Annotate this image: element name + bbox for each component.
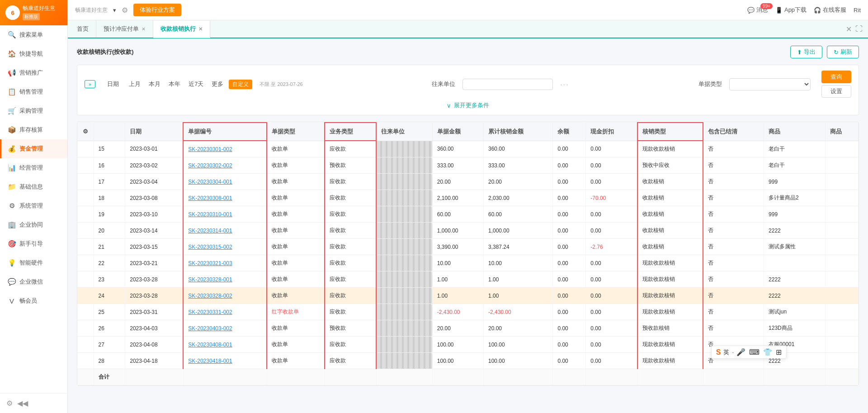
filter-area: » 日期 上月 本月 本年 近7天 更多 自定义 不限 至 2023-07-26… xyxy=(77,65,859,115)
voucher-no-cell[interactable]: SK-20230328-002 xyxy=(183,288,267,304)
filter-dots: ··· xyxy=(560,81,569,88)
sidebar-item-guide[interactable]: 🎯 新手引导 xyxy=(0,234,67,253)
industry-btn[interactable]: 体验行业方案 xyxy=(133,4,181,16)
app-download-btn[interactable]: 📱 App下载 xyxy=(775,6,807,14)
voucher-no-cell[interactable]: SK-20230321-003 xyxy=(183,255,267,271)
table-cell: 应收款 xyxy=(325,223,377,239)
table-row[interactable]: 252023-03-31SK-20230331-002红字收款单应收款-2,43… xyxy=(77,304,859,320)
sidebar-item-hardware[interactable]: 💡 智能硬件 xyxy=(0,253,67,272)
table-row[interactable]: 222023-03-21SK-20230321-003收款单应收款10.0010… xyxy=(77,255,859,271)
collapse-icon[interactable]: ◀◀ xyxy=(17,399,28,408)
voucher-no-cell[interactable]: SK-20230302-002 xyxy=(183,157,267,174)
voucher-no-cell[interactable]: SK-20230301-002 xyxy=(183,141,267,157)
tab-receipt-close[interactable]: ✕ xyxy=(198,26,203,32)
voucher-no-cell[interactable]: SK-20230331-002 xyxy=(183,304,267,320)
tab-expand-icon[interactable]: ⛶ xyxy=(855,25,863,33)
voucher-no-cell[interactable]: SK-20230310-001 xyxy=(183,206,267,223)
table-cell: 15 xyxy=(94,141,125,157)
table-cell: 收款核销 xyxy=(637,223,703,239)
topbar-dropdown[interactable]: ▾ xyxy=(113,7,116,14)
sidebar-item-member[interactable]: V 畅会员 xyxy=(0,291,67,310)
export-btn[interactable]: ⬆ 导出 xyxy=(790,46,822,58)
table-cell: 999 xyxy=(764,206,826,223)
hardware-icon: 💡 xyxy=(8,259,16,267)
date-btn-7days[interactable]: 近7天 xyxy=(186,79,206,89)
tab-home[interactable]: 首页 xyxy=(70,20,96,38)
table-row[interactable]: 152023-03-01SK-20230301-002收款单应收款360.003… xyxy=(77,141,859,157)
table-cell: 否 xyxy=(703,288,764,304)
table-cell xyxy=(376,337,432,353)
table-cell: 现款收款核销 xyxy=(637,141,703,157)
voucher-type-select[interactable] xyxy=(729,78,811,90)
topbar-gear-icon[interactable]: ⚙ xyxy=(122,6,128,14)
table-cell xyxy=(77,141,94,157)
service-btn[interactable]: 🎧 在线客服 xyxy=(814,6,846,14)
th-settings[interactable]: ⚙ xyxy=(77,123,94,141)
table-row[interactable]: 212023-03-15SK-20230315-002收款单应收款3,390.0… xyxy=(77,239,859,255)
table-row[interactable]: 262023-04-03SK-20230403-002收款单预收款20.0020… xyxy=(77,320,859,337)
date-btn-this-year[interactable]: 本年 xyxy=(166,79,183,89)
date-btn-this-month[interactable]: 本月 xyxy=(146,79,163,89)
date-custom-btn[interactable]: 自定义 xyxy=(229,80,252,89)
voucher-no-cell[interactable]: SK-20230418-001 xyxy=(183,353,267,369)
voucher-no-cell[interactable]: SK-20230308-001 xyxy=(183,190,267,206)
table-row[interactable]: 192023-03-10SK-20230310-001收款单应收款60.0060… xyxy=(77,206,859,223)
table-cell: 1.00 xyxy=(483,271,552,288)
settings-bottom-icon[interactable]: ⚙ xyxy=(6,399,13,408)
table-cell: 收款核销 xyxy=(637,190,703,206)
table-cell: 收款核销 xyxy=(637,239,703,255)
voucher-no-cell[interactable]: SK-20230314-001 xyxy=(183,223,267,239)
filter-settings-btn[interactable]: 设置 xyxy=(821,85,851,98)
sidebar-item-sales[interactable]: 📋 销售管理 xyxy=(0,82,67,101)
expand-more-btn[interactable]: ∨ 展开更多条件 xyxy=(85,101,851,109)
user-btn[interactable]: Rit xyxy=(854,7,861,14)
table-cell xyxy=(77,353,94,369)
table-cell xyxy=(826,206,859,223)
sidebar-item-inventory[interactable]: 📦 库存核算 xyxy=(0,120,67,139)
sidebar-item-enterprise[interactable]: 🏢 企业协同 xyxy=(0,215,67,234)
voucher-no-cell[interactable]: SK-20230328-001 xyxy=(183,271,267,288)
voucher-no-cell[interactable]: SK-20230304-001 xyxy=(183,174,267,190)
sidebar-item-wechat[interactable]: 💬 企业微信 xyxy=(0,272,67,291)
tab-close-all-icon[interactable]: ✕ xyxy=(846,25,852,33)
voucher-no-cell[interactable]: SK-20230403-002 xyxy=(183,320,267,337)
sidebar-item-purchase[interactable]: 🛒 采购管理 xyxy=(0,101,67,120)
grid-icon[interactable]: ⊞ xyxy=(776,348,782,356)
tab-prepay[interactable]: 预计冲应付单 ✕ xyxy=(96,20,153,38)
sidebar-item-search-menu[interactable]: 🔍 搜索菜单 xyxy=(0,25,67,44)
tab-prepay-close[interactable]: ✕ xyxy=(142,26,146,32)
voucher-no-cell[interactable]: SK-20230408-001 xyxy=(183,337,267,353)
table-row[interactable]: 232023-03-28SK-20230328-001收款单应收款1.001.0… xyxy=(77,271,859,288)
table-cell: 0.00 xyxy=(586,288,637,304)
shirt-icon[interactable]: 👕 xyxy=(763,348,772,356)
table-row[interactable]: 182023-03-08SK-20230308-001收款单应收款2,100.0… xyxy=(77,190,859,206)
partner-filter-input[interactable] xyxy=(462,79,553,90)
sidebar-item-system[interactable]: ⚙ 系统管理 xyxy=(0,196,67,215)
date-btn-last-month[interactable]: 上月 xyxy=(126,79,143,89)
tab-receipt[interactable]: 收款核销执行 ✕ xyxy=(153,21,210,38)
query-btn[interactable]: 查询 xyxy=(821,71,851,83)
sidebar-item-marketing[interactable]: 📢 营销推广 xyxy=(0,63,67,82)
mic-icon[interactable]: 🎤 xyxy=(736,348,745,356)
table-row[interactable]: 162023-03-02SK-20230302-002收款单预收款333.003… xyxy=(77,157,859,174)
sidebar-item-basic-info[interactable]: 📁 基础信息 xyxy=(0,177,67,196)
refresh-btn[interactable]: ↻ 刷新 xyxy=(827,46,859,58)
table-row[interactable]: 242023-03-28SK-20230328-002收款单应收款1.001.0… xyxy=(77,288,859,304)
messages-btn[interactable]: 💬 消息 99+ xyxy=(747,6,768,14)
table-row[interactable]: 172023-03-04SK-20230304-001收款单应收款20.0020… xyxy=(77,174,859,190)
table-cell: 收款单 xyxy=(267,223,324,239)
user-label: Rit xyxy=(854,7,861,14)
sidebar-item-operations[interactable]: 📊 经营管理 xyxy=(0,158,67,177)
sidebar-item-quick-nav[interactable]: 🏠 快捷导航 xyxy=(0,44,67,63)
watermark-s-icon: S xyxy=(716,348,721,356)
toggle-filter-btn[interactable]: » xyxy=(85,80,95,88)
voucher-no-cell[interactable]: SK-20230315-002 xyxy=(183,239,267,255)
table-row[interactable]: 202023-03-14SK-20230314-001收款单应收款1,000.0… xyxy=(77,223,859,239)
keyboard-icon[interactable]: ⌨ xyxy=(749,348,760,356)
table-cell: 收款单 xyxy=(267,353,324,369)
total-cell xyxy=(376,369,432,385)
date-btn-more[interactable]: 更多 xyxy=(209,79,226,89)
table-cell: 否 xyxy=(703,174,764,190)
table-cell xyxy=(77,255,94,271)
sidebar-item-finance[interactable]: 💰 资金管理 xyxy=(0,139,67,158)
